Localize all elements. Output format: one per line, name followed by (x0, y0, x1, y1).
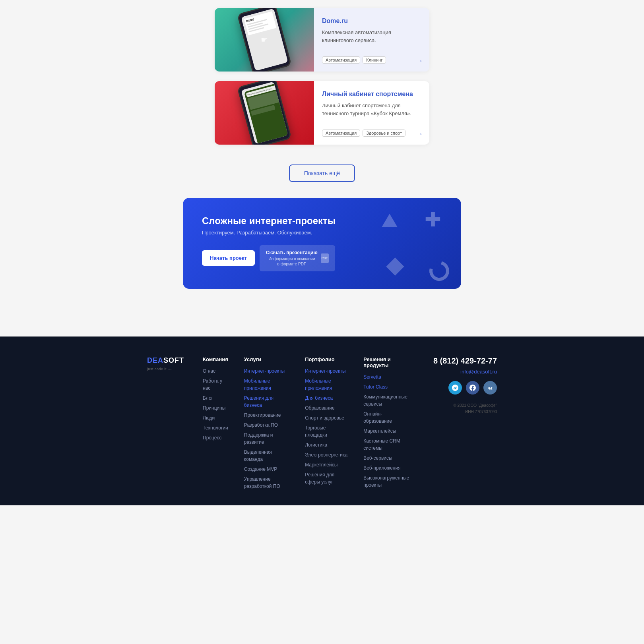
footer-phone[interactable]: 8 (812) 429-72-77 (425, 356, 497, 366)
footer-portfolio-link-2[interactable]: Для бизнеса (305, 395, 333, 401)
shape-circle-arc (426, 257, 453, 284)
footer-legal: © 2021 ООО "Деасофт" ИНН 7707637090 (425, 402, 497, 415)
footer-services-link-7[interactable]: Создание MVP (244, 466, 277, 472)
footer-services-link-2[interactable]: Решения для бизнеса (244, 395, 274, 408)
footer-company-item-3: Принципы (203, 404, 228, 411)
footer-solutions-item-4: Маркетплейсы (363, 427, 409, 434)
footer-services-item-6: Выделенная команда (244, 448, 289, 462)
footer-company-item-4: Люди (203, 414, 228, 421)
footer-company-item-0: О нас (203, 367, 228, 374)
footer-portfolio-link-7[interactable]: Электроэнергетика (305, 452, 347, 458)
footer-company-item-1: Работа у нас (203, 377, 228, 391)
vk-icon[interactable] (483, 381, 497, 395)
footer-company-link-4[interactable]: Люди (203, 415, 215, 421)
cta-subtitle: Проектируем. Разрабатываем. Обслуживаем. (202, 230, 336, 236)
footer-solutions-item-6: Веб-сервисы (363, 454, 409, 461)
sports-phone-screen: Welcome to your personal account! (241, 81, 288, 144)
footer-portfolio-link-1[interactable]: Мобильные приложения (305, 378, 332, 391)
footer-solutions-link-7[interactable]: Веб-приложения (363, 465, 401, 471)
footer-services-link-3[interactable]: Проектирование (244, 412, 281, 418)
page-wrapper: DOME ☛ Dome.ru Комплексная автоматизация… (0, 0, 644, 505)
sports-card-tags: Автоматизация Здоровье и спорт (322, 130, 421, 137)
footer-solutions-link-0[interactable]: Servetta (363, 374, 381, 380)
telegram-icon[interactable] (448, 381, 462, 395)
footer-solutions-link-6[interactable]: Веб-сервисы (363, 455, 392, 461)
cta-title: Сложные интернет-проекты (202, 215, 336, 226)
footer-solutions-link-8[interactable]: Высоконагруженные проекты (363, 475, 409, 488)
cta-banner: Сложные интернет-проекты Проектируем. Ра… (183, 198, 461, 289)
sports-card-content: Личный кабинет спортсмена Личный кабинет… (314, 81, 429, 145)
footer-company-item-2: Блог (203, 394, 228, 401)
footer-company-link-0[interactable]: О нас (203, 368, 215, 374)
footer-portfolio-link-0[interactable]: Интернет-проекты (305, 368, 345, 374)
show-more-button[interactable]: Показать ещё (289, 164, 355, 182)
footer-portfolio-item-1: Мобильные приложения (305, 377, 347, 391)
footer-portfolio-item-0: Интернет-проекты (305, 367, 347, 374)
footer-portfolio-link-5[interactable]: Торговые площадки (305, 425, 327, 438)
project-card-sports[interactable]: Welcome to your personal account! Личный… (215, 81, 429, 145)
project-card-dome[interactable]: DOME ☛ Dome.ru Комплексная автоматизация… (215, 8, 429, 72)
sports-phone-mockup: Welcome to your personal account! (237, 81, 292, 145)
footer-solutions-link-2[interactable]: Коммуникационные сервисы (363, 394, 407, 407)
dome-card-image: DOME ☛ (215, 8, 314, 72)
footer-services-link-6[interactable]: Выделенная команда (244, 449, 272, 462)
dome-tag-1: Клининг (363, 56, 386, 64)
footer-portfolio-link-9[interactable]: Решения для сферы услуг (305, 472, 334, 485)
sports-arrow-icon[interactable]: → (416, 130, 423, 138)
footer-solutions-link-3[interactable]: Онлайн-образование (363, 411, 392, 424)
facebook-icon[interactable] (466, 381, 479, 395)
footer-company-list: О нас Работа у нас Блог Принципы Люди Те… (203, 367, 228, 441)
footer-services-item-8: Управление разработкой ПО (244, 475, 289, 489)
cta-download-line2: Информация о компании (266, 256, 318, 261)
footer-services-item-0: Интернет-проекты (244, 367, 289, 374)
footer-services-item-3: Проектирование (244, 411, 289, 418)
cta-decorative-shapes: ✚ (350, 198, 461, 289)
footer-services-link-4[interactable]: Разработка ПО (244, 422, 278, 428)
shape-triangle (382, 214, 398, 227)
footer-solutions-link-4[interactable]: Маркетплейсы (363, 428, 396, 434)
footer-company-link-2[interactable]: Блог (203, 395, 213, 401)
footer-portfolio-link-6[interactable]: Логистика (305, 442, 327, 448)
footer-services-link-8[interactable]: Управление разработкой ПО (244, 476, 280, 489)
dome-arrow-icon[interactable]: → (416, 57, 423, 65)
cta-start-button[interactable]: Начать проект (202, 250, 255, 266)
footer-solutions-item-3: Онлайн-образование (363, 410, 409, 424)
footer-services-heading: Услуги (244, 356, 289, 362)
footer-services-item-4: Разработка ПО (244, 421, 289, 428)
portfolio-section: DOME ☛ Dome.ru Комплексная автоматизация… (171, 0, 473, 161)
footer-solutions-col: Решения и продукты Servetta Tutor Class … (363, 356, 409, 489)
dome-card-description: Комплексная автоматизация клинингового с… (322, 29, 421, 51)
footer-legal-line1: © 2021 ООО "Деасофт" (425, 402, 497, 409)
footer-services-link-0[interactable]: Интернет-проекты (244, 368, 285, 374)
footer-portfolio-item-2: Для бизнеса (305, 394, 347, 401)
shape-rhombus (386, 257, 404, 275)
sports-screen-content: Welcome to your personal account! (244, 83, 288, 144)
footer-solutions-item-2: Коммуникационные сервисы (363, 393, 409, 407)
footer-solutions-link-tutor[interactable]: Tutor Class (363, 384, 388, 390)
footer-company-link-3[interactable]: Принципы (203, 405, 225, 411)
footer-services-col: Услуги Интернет-проекты Мобильные прилож… (244, 356, 289, 489)
footer-logo: DEASOFT (147, 356, 187, 365)
footer-services-link-5[interactable]: Поддержка и развитие (244, 432, 273, 445)
footer-right-col: 8 (812) 429-72-77 info@deasoft.ru © 2021… (425, 356, 497, 489)
cta-download-button[interactable]: Скачать презентацию Информация о компани… (260, 245, 335, 271)
footer-email[interactable]: info@deasoft.ru (425, 369, 497, 375)
footer-portfolio-link-4[interactable]: Спорт и здоровье (305, 415, 344, 421)
footer-portfolio-link-3[interactable]: Образование (305, 405, 334, 411)
footer-services-item-1: Мобильные приложения (244, 377, 289, 391)
footer-company-link-5[interactable]: Технологии (203, 425, 228, 431)
footer-inner: DEASOFT just code it ···· Компания О нас… (131, 356, 513, 489)
footer-logo-tagline: just code it ···· (147, 367, 187, 371)
footer-services-item-5: Поддержка и развитие (244, 431, 289, 445)
footer-services-link-1[interactable]: Мобильные приложения (244, 378, 271, 391)
footer-portfolio-item-5: Торговые площадки (305, 424, 347, 438)
footer-company-heading: Компания (203, 356, 228, 362)
footer-portfolio-link-8[interactable]: Маркетплейсы (305, 462, 338, 468)
footer-solutions-link-5[interactable]: Кастомные CRM системы (363, 438, 400, 451)
footer-company-link-1[interactable]: Работа у нас (203, 378, 222, 391)
footer-solutions-item-0: Servetta (363, 373, 409, 380)
footer-company-link-6[interactable]: Процесс (203, 435, 221, 441)
footer-portfolio-item-8: Маркетплейсы (305, 461, 347, 468)
footer-portfolio-heading: Портфолио (305, 356, 347, 362)
cta-buttons: Начать проект Скачать презентацию Информ… (202, 245, 336, 271)
